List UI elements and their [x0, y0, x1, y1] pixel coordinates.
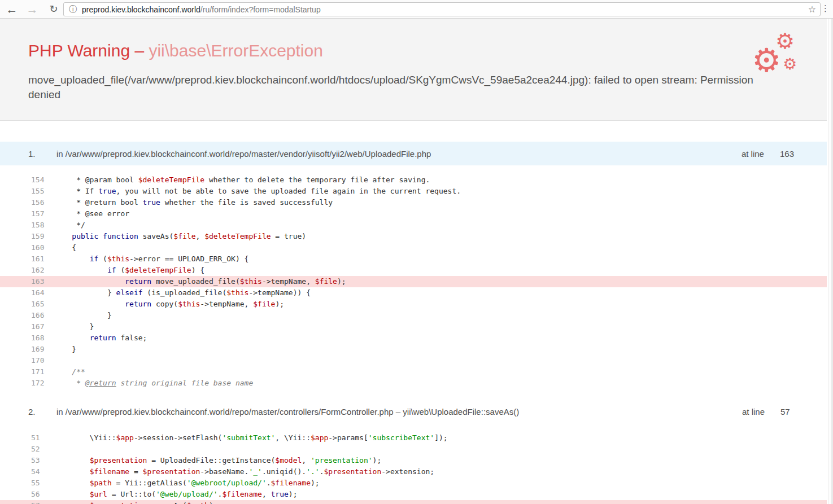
code-token: } — [54, 311, 112, 319]
code-token: } — [54, 288, 116, 297]
code-line: 166 } — [0, 310, 827, 321]
line-number: 161 — [0, 253, 54, 265]
code-token: $presentation — [90, 501, 147, 504]
code-token: ->error == UPLOAD_ERR_OK) { — [129, 255, 248, 263]
code-token: $filename — [90, 467, 129, 476]
code-token: ]); — [434, 433, 447, 442]
code-token: @return — [85, 379, 116, 387]
code-line: 52 — [0, 444, 827, 455]
reload-icon[interactable]: ↻ — [46, 1, 61, 18]
stack-item: 1. in /var/www/preprod.kiev.blockchainco… — [0, 142, 827, 400]
code-token: whether to delete the temporary file aft… — [204, 176, 430, 184]
line-number: 166 — [0, 310, 54, 321]
code-token: $filename — [271, 479, 311, 487]
stack-file-path: in /var/www/preprod.kiev.blockchainconf.… — [56, 407, 519, 417]
code-token: $model — [275, 456, 302, 464]
code-token: $filename — [222, 490, 261, 498]
line-number: 57 — [0, 500, 54, 504]
title-exception-class[interactable]: yii\base\ErrorException — [149, 41, 322, 60]
code-token: copy( — [151, 300, 178, 308]
code-token: ->extension; — [381, 467, 434, 476]
code-token: ->baseName. — [200, 467, 248, 476]
code-token: * @param bool — [54, 176, 138, 184]
line-number: 164 — [0, 287, 54, 299]
browser-menu-icon[interactable]: ⋮ — [821, 3, 830, 14]
code-token: $this — [178, 300, 200, 308]
line-number: 170 — [0, 355, 54, 366]
stack-item: 2. in /var/www/preprod.kiev.blockchainco… — [0, 400, 827, 504]
stack-item-header[interactable]: 1. in /var/www/preprod.kiev.blockchainco… — [0, 142, 827, 165]
code-token: ->tempName, — [200, 300, 253, 308]
line-number: 160 — [0, 242, 54, 253]
code-token: $app — [116, 433, 134, 442]
code-line: 158 */ — [0, 220, 827, 231]
code-token: * — [54, 379, 85, 387]
bookmark-star-icon[interactable]: ☆ — [808, 4, 816, 15]
code-token: '_' — [248, 467, 261, 476]
code-line: 56 $url = Url::to('@web/upload/'.$filena… — [0, 489, 827, 500]
page-info-icon[interactable]: ⓘ — [69, 5, 77, 15]
code-token: = UploadedFile::getInstance( — [147, 456, 275, 464]
stack-index: 2. — [28, 407, 56, 417]
code-line: 164 } elseif (is_uploaded_file($this->te… — [0, 287, 827, 299]
error-page: PHP Warning – yii\base\ErrorException ⚙ … — [0, 19, 827, 504]
line-number: 156 — [0, 197, 54, 208]
code-token: ); — [311, 479, 320, 487]
back-icon[interactable]: ← — [5, 1, 19, 18]
code-token: if — [107, 266, 116, 274]
gear-medium-icon: ⚙ — [775, 30, 795, 52]
line-number: 155 — [0, 186, 54, 197]
stack-item-header[interactable]: 2. in /var/www/preprod.kiev.blockchainco… — [0, 400, 827, 423]
code-line: 157 * @see error — [0, 208, 827, 220]
code-token: } — [54, 322, 94, 331]
code-token: , — [302, 456, 311, 464]
address-bar[interactable]: ⓘ preprod.kiev.blockchainconf.world/ru/f… — [63, 2, 821, 16]
forward-icon[interactable]: → — [25, 1, 40, 18]
code-token: , you will not be able to save the uploa… — [116, 187, 461, 195]
line-number: 52 — [0, 444, 54, 455]
code-token — [54, 300, 125, 308]
code-token: ->tempName)) { — [248, 288, 311, 297]
code-token: true — [271, 490, 289, 498]
code-token: , — [262, 490, 271, 498]
code-token: $path — [187, 501, 209, 504]
code-token: .uniqid(). — [262, 467, 306, 476]
url-host: preprod.kiev.blockchainconf.world — [82, 5, 200, 14]
code-token: $presentation — [143, 467, 200, 476]
code-line: 167 } — [0, 321, 827, 332]
code-token: ); — [373, 456, 382, 464]
code-token — [54, 479, 90, 487]
code-token: ( — [98, 255, 107, 263]
code-token: true — [143, 198, 160, 207]
code-token: true — [98, 187, 116, 195]
code-token: whether the file is saved successfully — [160, 198, 333, 207]
url-text[interactable]: preprod.kiev.blockchainconf.world/ru/for… — [82, 5, 321, 14]
code-token: . — [267, 479, 271, 487]
code-token: ); — [275, 300, 284, 308]
code-token: string original file base name — [116, 379, 254, 387]
code-token: ); — [337, 277, 346, 286]
code-line: 159 public function saveAs($file, $delet… — [0, 231, 827, 242]
page-title: PHP Warning – yii\base\ErrorException — [28, 41, 827, 60]
code-token: $deleteTempFile — [138, 176, 204, 184]
code-token: * @see error — [54, 209, 129, 218]
code-token: = — [129, 467, 142, 476]
code-token — [54, 467, 90, 476]
code-token: 'presentation' — [311, 456, 373, 464]
code-token — [54, 334, 90, 342]
code-token: $this — [226, 288, 248, 297]
title-warning: PHP Warning — [28, 41, 130, 60]
code-token: public function — [72, 232, 138, 240]
code-token: if — [90, 255, 99, 263]
code-token — [54, 255, 90, 263]
code-token: saveAs( — [138, 232, 174, 240]
scrollbar[interactable] — [828, 19, 833, 504]
code-token: return — [125, 300, 151, 308]
line-number: 158 — [0, 220, 54, 231]
line-number: 171 — [0, 366, 54, 378]
code-token: false; — [116, 334, 147, 342]
code-block: 51 \Yii::$app->session->setFlash('submit… — [0, 423, 827, 504]
code-line: 160 { — [0, 242, 827, 253]
call-stack: 1. in /var/www/preprod.kiev.blockchainco… — [0, 142, 827, 504]
code-line: 161 if ($this->error == UPLOAD_ERR_OK) { — [0, 253, 827, 265]
